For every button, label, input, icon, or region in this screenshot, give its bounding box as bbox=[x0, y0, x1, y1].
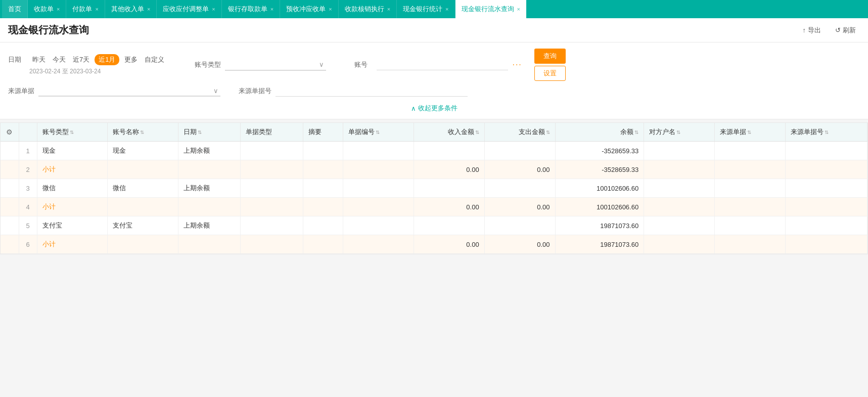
nav-cash-bank-stats[interactable]: 现金银行统计 × bbox=[397, 0, 455, 18]
date-options: 昨天 今天 近7天 近1月 更多 自定义 bbox=[30, 54, 166, 65]
source-doc-select[interactable] bbox=[38, 85, 220, 96]
table-cell bbox=[644, 198, 715, 216]
col-settings[interactable]: ⚙ bbox=[1, 123, 19, 142]
col-expense[interactable]: 支出金额⇅ bbox=[484, 123, 555, 142]
account-type-select[interactable] bbox=[225, 59, 326, 70]
table-settings-icon[interactable]: ⚙ bbox=[6, 128, 13, 136]
table-cell: 1 bbox=[19, 142, 37, 160]
nav-cash-bank-stats-close[interactable]: × bbox=[445, 6, 448, 12]
col-source-doc-num[interactable]: 来源单据号⇅ bbox=[786, 123, 867, 142]
table-row: 4小计0.000.00100102606.60 bbox=[1, 198, 867, 216]
col-date[interactable]: 日期⇅ bbox=[178, 123, 241, 142]
date-option-today[interactable]: 今天 bbox=[51, 54, 68, 65]
sort-income-icon: ⇅ bbox=[475, 129, 479, 135]
sort-doc-num-icon: ⇅ bbox=[376, 129, 380, 135]
source-doc-label: 来源单据 bbox=[8, 86, 34, 96]
table-cell bbox=[715, 198, 786, 216]
date-option-7days[interactable]: 近7天 bbox=[71, 54, 92, 65]
nav-bank-deposit-close[interactable]: × bbox=[270, 6, 273, 12]
table-cell bbox=[484, 216, 555, 235]
export-button[interactable]: ↑ 导出 bbox=[799, 24, 826, 37]
nav-payment-close[interactable]: × bbox=[95, 6, 98, 12]
sort-balance-icon: ⇅ bbox=[634, 129, 638, 135]
table-cell bbox=[241, 160, 303, 179]
col-account-name[interactable]: 账号名称⇅ bbox=[108, 123, 178, 142]
nav-bank-deposit[interactable]: 银行存取款单 × bbox=[222, 0, 280, 18]
nav-other-income-close[interactable]: × bbox=[147, 6, 150, 12]
nav-payment[interactable]: 付款单 × bbox=[66, 0, 105, 18]
nav-home[interactable]: 首页 bbox=[2, 0, 28, 18]
nav-cash-bank-flow-close[interactable]: × bbox=[517, 6, 520, 12]
table-cell bbox=[1, 216, 19, 235]
table-cell: 19871073.60 bbox=[555, 216, 644, 235]
table-cell bbox=[1, 142, 19, 160]
settings-button[interactable]: 设置 bbox=[534, 66, 566, 81]
table-cell bbox=[414, 216, 484, 235]
date-option-more[interactable]: 更多 bbox=[122, 54, 140, 65]
sort-date-icon: ⇅ bbox=[198, 129, 202, 135]
nav-receipt-close[interactable]: × bbox=[57, 6, 60, 12]
table-cell: 上期余额 bbox=[178, 216, 241, 235]
query-button[interactable]: 查询 bbox=[534, 49, 566, 64]
table-cell: 100102606.60 bbox=[555, 179, 644, 198]
nav-prepay-writeoff-close[interactable]: × bbox=[329, 6, 332, 12]
table-row: 6小计0.000.0019871073.60 bbox=[1, 235, 867, 254]
table-cell: 3 bbox=[19, 179, 37, 198]
table-cell: 0.00 bbox=[414, 198, 484, 216]
table-cell bbox=[484, 179, 555, 198]
date-range-display: 2023-02-24 至 2023-03-24 bbox=[29, 67, 166, 76]
table-cell bbox=[303, 142, 343, 160]
table-cell bbox=[644, 216, 715, 235]
collapse-bar[interactable]: ∧ 收起更多条件 bbox=[8, 101, 860, 115]
table-cell bbox=[178, 160, 241, 179]
table-cell bbox=[786, 198, 867, 216]
account-type-filter-group: 账号类型 ∨ bbox=[195, 59, 326, 71]
top-nav: 首页 收款单 × 付款单 × 其他收入单 × 应收应付调整单 × 银行存取款单 … bbox=[0, 0, 868, 18]
col-doc-type: 单据类型 bbox=[241, 123, 303, 142]
table-cell bbox=[644, 160, 715, 179]
nav-ar-adjust[interactable]: 应收应付调整单 × bbox=[157, 0, 221, 18]
table-cell bbox=[786, 235, 867, 254]
table-cell bbox=[414, 142, 484, 160]
table-cell bbox=[786, 216, 867, 235]
table-row: 5支付宝支付宝上期余额19871073.60 bbox=[1, 216, 867, 235]
table-cell bbox=[241, 179, 303, 198]
sort-counterparty-icon: ⇅ bbox=[676, 129, 680, 135]
nav-receipt[interactable]: 收款单 × bbox=[28, 0, 66, 18]
nav-ar-adjust-close[interactable]: × bbox=[212, 6, 215, 12]
account-input[interactable] bbox=[377, 59, 508, 70]
date-option-yesterday[interactable]: 昨天 bbox=[30, 54, 48, 65]
nav-receipt-verify-close[interactable]: × bbox=[387, 6, 390, 12]
table-cell bbox=[715, 179, 786, 198]
sort-expense-icon: ⇅ bbox=[546, 129, 550, 135]
source-doc-num-input[interactable] bbox=[276, 85, 468, 97]
table-cell: 5 bbox=[19, 216, 37, 235]
nav-cash-bank-flow[interactable]: 现金银行流水查询 × bbox=[455, 0, 526, 18]
col-balance[interactable]: 余额⇅ bbox=[555, 123, 644, 142]
date-option-custom[interactable]: 自定义 bbox=[143, 54, 166, 65]
nav-receipt-verify[interactable]: 收款核销执行 × bbox=[339, 0, 397, 18]
table-cell bbox=[178, 198, 241, 216]
sort-source-doc-num-icon: ⇅ bbox=[825, 129, 829, 135]
col-income[interactable]: 收入金额⇅ bbox=[414, 123, 484, 142]
account-more-button[interactable]: ··· bbox=[512, 60, 522, 69]
nav-other-income[interactable]: 其他收入单 × bbox=[105, 0, 157, 18]
col-account-type[interactable]: 账号类型⇅ bbox=[37, 123, 108, 142]
table-cell: 19871073.60 bbox=[555, 235, 644, 254]
nav-prepay-writeoff[interactable]: 预收冲应收单 × bbox=[280, 0, 338, 18]
export-icon: ↑ bbox=[803, 26, 806, 34]
col-counterparty[interactable]: 对方户名⇅ bbox=[644, 123, 715, 142]
table-cell: 6 bbox=[19, 235, 37, 254]
table-cell bbox=[343, 235, 414, 254]
filter-area: 日期 昨天 今天 近7天 近1月 更多 自定义 2023-02-24 至 202… bbox=[0, 42, 868, 119]
col-doc-num[interactable]: 单据编号⇅ bbox=[343, 123, 414, 142]
table-cell: 支付宝 bbox=[108, 216, 178, 235]
table-cell: 上期余额 bbox=[178, 179, 241, 198]
refresh-button[interactable]: ↺ 刷新 bbox=[831, 24, 860, 37]
table-cell: 现金 bbox=[37, 142, 108, 160]
date-option-1month[interactable]: 近1月 bbox=[95, 54, 119, 65]
col-source-doc[interactable]: 来源单据⇅ bbox=[715, 123, 786, 142]
table-cell bbox=[303, 198, 343, 216]
table-cell: 0.00 bbox=[414, 235, 484, 254]
account-type-label: 账号类型 bbox=[195, 60, 221, 69]
